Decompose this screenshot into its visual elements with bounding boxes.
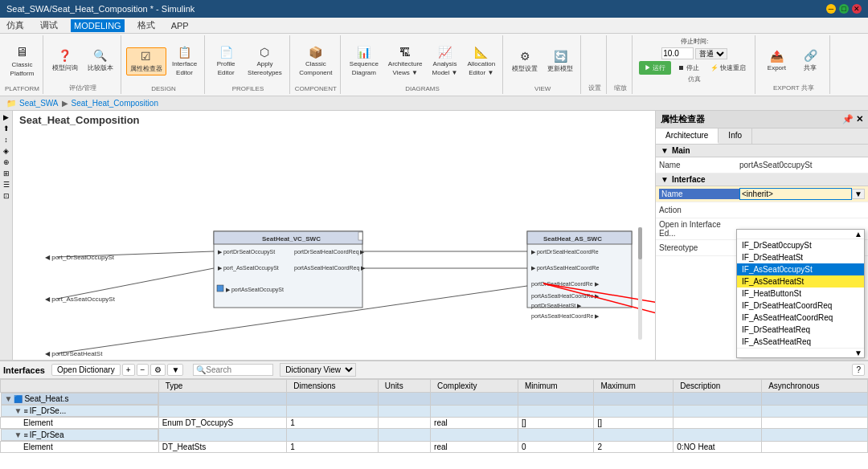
table-cell <box>594 405 674 418</box>
col-header-units: Units <box>378 380 430 393</box>
profile-editor-button[interactable]: 📄ProfileEditor <box>210 43 242 79</box>
table-cell <box>674 429 762 442</box>
svg-text:SeatHeat_AS_SWC: SeatHeat_AS_SWC <box>543 235 602 243</box>
interfaces-title: Interfaces <box>3 365 45 375</box>
row-subgroup2-name: IF_DrSea <box>30 430 64 439</box>
col-header-maximum: Maximum <box>594 380 674 393</box>
view-select[interactable]: Dictionary View <box>280 363 356 377</box>
interface-name-dropdown-btn[interactable]: ▼ <box>852 189 865 199</box>
table-row[interactable]: ▼ ≡ IF_DrSe... <box>1 405 868 418</box>
as-swc-block[interactable] <box>527 231 632 308</box>
table-cell-name: Element <box>1 418 159 429</box>
classic-component-button[interactable]: 📦ClassicComponent <box>295 43 336 79</box>
sidebar-tool6[interactable]: ⊡ <box>2 191 10 201</box>
dropdown-item-2-selected[interactable]: IF_AsSeat0ccupySt <box>737 263 864 275</box>
main-section-header[interactable]: ▼ Main <box>656 145 868 157</box>
property-panel: 属性检查器 📌 ✕ Architecture Info ▼ Main Name … <box>655 111 868 360</box>
model-query-button[interactable]: ❓模型问询 <box>48 47 82 75</box>
table-row[interactable]: ▼ ≡ IF_DrSea <box>1 429 868 442</box>
table-filter-button[interactable]: ▼ <box>167 364 183 376</box>
panel-header: 属性检查器 📌 ✕ <box>656 111 868 128</box>
table-cell <box>431 429 518 442</box>
zoom-group-label: 缩放 <box>614 84 627 92</box>
sidebar-tool4[interactable]: ⊞ <box>2 169 10 178</box>
apply-stereotypes-button[interactable]: ⬡ApplyStereotypes <box>244 43 286 79</box>
dropdown-scroll-down[interactable]: ▼ <box>853 349 864 357</box>
table-settings-button[interactable]: ⚙ <box>150 364 166 376</box>
allocation-editor-button[interactable]: 📐AllocationEditor ▼ <box>463 43 499 79</box>
breadcrumb-composition[interactable]: Seat_Heat_Composition <box>72 99 158 108</box>
dropdown-item-0[interactable]: IF_DrSeat0ccupySt <box>737 239 864 251</box>
menu-app[interactable]: APP <box>168 19 192 32</box>
svg-rect-5 <box>217 285 223 292</box>
dropdown-item-5[interactable]: IF_DrSeatHeatCoordReq <box>737 300 864 312</box>
run-button[interactable]: ▶ 运行 <box>639 61 671 75</box>
menu-bar: 仿真 调试 MODELING 格式 APP <box>0 18 868 34</box>
maximize-button[interactable]: □ <box>839 4 849 14</box>
table-cell-min2: 0 <box>518 442 594 453</box>
dropdown-item-3-highlighted[interactable]: IF_AsSeatHeatSt <box>737 275 864 288</box>
interface-section-header[interactable]: ▼ Interface <box>656 173 868 186</box>
sidebar-tool1[interactable]: ↕ <box>3 135 9 145</box>
dropdown-item-6[interactable]: IF_AsSeatHeatCoordReq <box>737 312 864 324</box>
menu-debug[interactable]: 调试 <box>37 18 61 33</box>
table-cell-complexity: real <box>431 418 518 429</box>
dropdown-item-8[interactable]: IF_AsSeatHeatReq <box>737 336 864 348</box>
table-row[interactable]: ▼ 🟦 Seat_Heat.s <box>1 393 868 406</box>
close-button[interactable]: ✕ <box>852 4 862 14</box>
attr-checker-button[interactable]: ☑属性检查器 <box>126 47 166 75</box>
analysis-model-button[interactable]: 📈AnalysisModel ▼ <box>428 43 462 79</box>
vc-swc-block[interactable] <box>214 231 362 308</box>
mode-select[interactable]: 普通 <box>695 48 727 59</box>
platform-group-label: PLATFORM <box>5 85 39 92</box>
sidebar-tool3[interactable]: ⊕ <box>2 157 10 167</box>
svg-rect-25 <box>638 227 642 259</box>
search-input[interactable] <box>206 365 270 374</box>
minimize-button[interactable]: ─ <box>826 4 836 14</box>
dropdown-item-4[interactable]: IF_HeatButtonSt <box>737 288 864 300</box>
dropdown-scroll-up[interactable]: ▲ <box>853 230 864 239</box>
sidebar-tool2[interactable]: ◈ <box>2 146 10 156</box>
update-model-button[interactable]: 🔄更新模型 <box>543 47 577 75</box>
svg-text:SeatHeat_VC_SWC: SeatHeat_VC_SWC <box>262 235 321 243</box>
menu-modeling[interactable]: MODELING <box>71 19 125 32</box>
table-add-button[interactable]: + <box>122 364 135 376</box>
dropdown-item-7[interactable]: IF_DrSeatHeatReq <box>737 324 864 336</box>
breadcrumb-swa[interactable]: Seat_SWA <box>19 99 59 108</box>
menu-format[interactable]: 格式 <box>134 18 158 33</box>
table-cell-min: [] <box>518 418 594 429</box>
share-button[interactable]: 🔗共享 <box>794 47 826 75</box>
panel-close-icon[interactable]: ✕ <box>856 114 863 124</box>
table-cell <box>674 405 762 418</box>
panel-pin-icon[interactable]: 📌 <box>842 114 854 124</box>
sidebar-expand-icon[interactable]: ▶ <box>2 112 10 122</box>
classic-platform-button[interactable]: 🖥 ClassicPlatform <box>6 43 38 80</box>
table-remove-button[interactable]: − <box>137 364 149 376</box>
compare-button[interactable]: 🔍比较版本 <box>84 47 117 75</box>
interface-editor-button[interactable]: 📋InterfaceEditor <box>168 43 201 79</box>
menu-simulation[interactable]: 仿真 <box>3 18 27 33</box>
export-button[interactable]: 📤Export <box>760 47 792 74</box>
design-group-label: DESIGN <box>151 85 176 92</box>
stop-time-input[interactable] <box>661 47 694 59</box>
open-dictionary-button[interactable]: Open Dictionary <box>51 364 121 376</box>
table-row[interactable]: Element DT_HeatSts 1 real 0 2 0:NO Heat <box>1 442 868 453</box>
table-cell <box>518 405 594 418</box>
table-cell-dim: 1 <box>287 418 379 429</box>
fast-restart-button[interactable]: ⚡ 快速重启 <box>706 61 750 75</box>
sequence-diagram-button[interactable]: 📊SequenceDiagram <box>346 43 383 79</box>
breadcrumb-icon: 📁 <box>6 99 16 108</box>
tab-architecture[interactable]: Architecture <box>656 128 719 144</box>
dropdown-item-1[interactable]: IF_DrSeatHeatSt <box>737 251 864 263</box>
ribbon: 🖥 ClassicPlatform PLATFORM ❓模型问询 🔍比较版本 评… <box>0 34 868 96</box>
stop-button[interactable]: ⏹ 停止 <box>673 61 705 75</box>
model-settings-button[interactable]: ⚙模型设置 <box>508 47 542 75</box>
table-help-button[interactable]: ? <box>852 364 865 376</box>
tab-info[interactable]: Info <box>719 128 752 144</box>
interface-name-input[interactable] <box>739 188 852 200</box>
architecture-views-button[interactable]: 🏗ArchitectureViews ▼ <box>384 43 427 79</box>
sidebar-tool5[interactable]: ☰ <box>2 180 10 190</box>
table-row[interactable]: Element Enum DT_OccupyS 1 real [] [] <box>1 418 868 429</box>
interface-name-label: Name <box>659 189 739 199</box>
sidebar-arrow-icon[interactable]: ⬆ <box>2 124 10 133</box>
